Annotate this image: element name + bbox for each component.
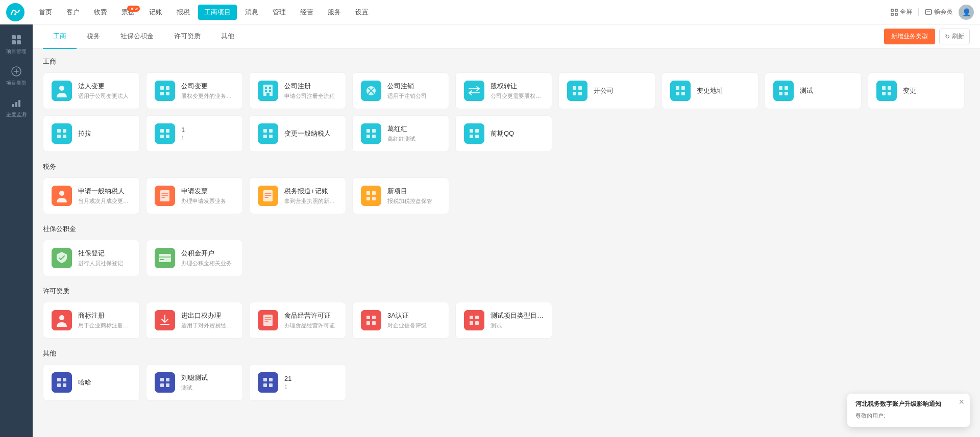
svg-rect-73 [470,129,473,133]
nav-customer[interactable]: 客户 [60,5,86,20]
new-biz-type-button[interactable]: 新增业务类型 [884,29,935,44]
card-2-1[interactable]: 公积金开户办理公积金相关业务 [146,240,243,276]
sidebar-item-progress[interactable]: 进度监测 [0,92,33,123]
sidebar-item-project-manage[interactable]: 项目管理 [0,29,33,60]
card-title-0-6: 变更地址 [697,86,750,95]
card-icon-3-3 [361,310,381,330]
card-title-0-2: 公司注册 [284,82,337,91]
card-0-10[interactable]: 11 [146,115,243,152]
svg-rect-52 [52,123,72,144]
nav-service[interactable]: 服务 [322,5,347,20]
card-0-5[interactable]: 开公司 [558,72,655,109]
svg-rect-14 [18,100,20,107]
card-text-0-8: 变更 [903,86,956,95]
svg-rect-114 [160,378,164,381]
nav-divider [918,8,919,16]
card-1-1[interactable]: 申请发票办理申请发票业务 [146,177,243,214]
card-0-4[interactable]: 股权转让公司变更需要股权转让 [455,72,552,109]
content-area: 工商 税务 社保公积金 许可资质 其他 新增业务类型 ↻ 刷新 工商法人变更适用… [33,24,980,437]
tab-license[interactable]: 许可资质 [164,24,211,49]
card-title-4-2: 21 [284,375,337,382]
svg-rect-87 [372,197,376,200]
card-text-3-2: 食品经营许可证办理食品经营许可证 [284,311,337,329]
notification-close[interactable]: ✕ [959,398,965,406]
card-3-0[interactable]: 商标注册用于企业商标注册服务 [43,302,140,339]
card-text-1-1: 申请发票办理申请发票业务 [181,187,234,205]
card-0-1[interactable]: 公司变更股权变更外的业务变更 [146,72,243,109]
card-title-2-0: 社保登记 [78,249,131,258]
nav-operation[interactable]: 经营 [294,5,320,20]
grid-icon [10,34,22,46]
card-0-6[interactable]: 变更地址 [662,72,758,109]
nav-fee[interactable]: 收费 [88,5,113,20]
tab-other[interactable]: 其他 [211,24,244,49]
refresh-icon: ↻ [945,33,950,40]
card-0-3[interactable]: 公司注销适用于注销公司 [352,72,449,109]
refresh-button[interactable]: ↻ 刷新 [939,29,970,44]
card-0-2[interactable]: 公司注册申请公司注册全流程 [249,72,346,109]
svg-rect-43 [779,86,782,90]
card-3-4[interactable]: 测试项目类型目定义测试 [455,302,552,339]
nav-settings[interactable]: 设置 [349,5,375,20]
card-0-9[interactable]: 拉拉 [43,115,140,152]
svg-rect-24 [265,87,267,89]
logo[interactable] [6,3,24,21]
nav-industry[interactable]: 工商项目 [198,5,237,20]
card-icon-1-3 [361,186,381,206]
svg-rect-82 [263,190,273,201]
svg-rect-120 [269,378,273,381]
tab-social[interactable]: 社保公积金 [110,24,164,49]
tab-tax[interactable]: 税务 [77,24,110,49]
card-4-1[interactable]: 刘聪测试测试 [146,364,243,401]
card-1-0[interactable]: 申请一般纳税人当月或次月成变更完成 [43,177,140,214]
card-0-8[interactable]: 变更 [868,72,965,109]
card-0-12[interactable]: 葛红红葛红红测试 [352,115,449,152]
nav-bookkeep[interactable]: 记账 [143,5,168,20]
card-0-7[interactable]: 测试 [765,72,862,109]
svg-rect-45 [779,92,782,95]
card-3-3[interactable]: 3A认证对企业信誉评级 [352,302,449,339]
nav-ticket[interactable]: 票据 new [115,5,141,20]
svg-rect-10 [17,40,21,44]
svg-rect-107 [475,321,479,325]
card-2-0[interactable]: 社保登记进行人员社保登记 [43,240,140,276]
fullscreen-btn[interactable]: 全屏 [891,8,912,16]
tab-industry[interactable]: 工商 [43,24,77,49]
sidebar-item-project-type[interactable]: 项目类型 [0,60,33,92]
sidebar-label-project-type: 项目类型 [6,80,27,87]
card-3-2[interactable]: 食品经营许可证办理食品经营许可证 [249,302,346,339]
card-4-2[interactable]: 211 [249,364,346,401]
svg-rect-116 [160,383,164,387]
svg-rect-65 [263,135,267,138]
card-0-0[interactable]: 法人变更适用于公司变更法人 [43,72,140,109]
card-title-0-12: 葛红红 [387,124,440,134]
svg-rect-115 [166,378,169,381]
nav-home[interactable]: 首页 [33,5,58,20]
svg-rect-71 [372,135,376,138]
nav-message[interactable]: 消息 [239,5,264,20]
member-btn[interactable]: 畅会员 [925,8,952,16]
card-0-11[interactable]: 变更一般纳税人 [249,115,346,152]
nav-tax[interactable]: 报税 [170,5,196,20]
card-icon-0-3 [361,81,381,101]
svg-rect-119 [263,378,267,381]
tab-actions: 新增业务类型 ↻ 刷新 [884,29,970,44]
card-1-2[interactable]: 税务报道+记账拿到营业执照的新公司 [249,177,346,214]
svg-rect-98 [361,310,381,330]
svg-rect-92 [160,259,164,260]
svg-rect-57 [155,123,175,144]
svg-point-16 [59,86,64,91]
svg-rect-104 [470,316,473,319]
card-3-1[interactable]: 进出口权办理适用于对外贸易经营者 [146,302,243,339]
user-avatar[interactable]: 👤 [959,5,974,20]
svg-rect-17 [155,81,175,101]
card-text-0-7: 测试 [800,86,853,95]
card-4-0[interactable]: 哈哈 [43,364,140,401]
svg-rect-100 [372,316,376,319]
card-0-13[interactable]: 前期QQ [455,115,552,152]
card-desc-3-4: 测试 [491,322,544,329]
card-1-3[interactable]: 新项目报税加税控盘保管 [352,177,449,214]
card-title-0-0: 法人变更 [78,82,131,91]
nav-manage[interactable]: 管理 [266,5,292,20]
card-icon-0-6 [670,81,691,101]
